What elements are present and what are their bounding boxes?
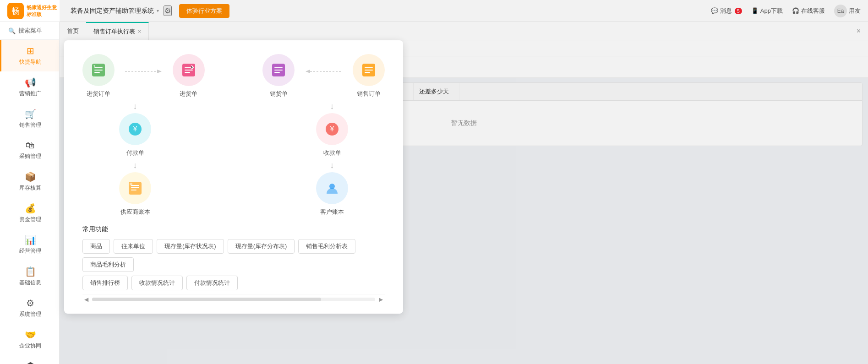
sales-bill-circle — [262, 54, 295, 86]
flow-supplier-ledger[interactable]: ↓ 供应商账本 — [119, 161, 151, 216]
sidebar-item-sales[interactable]: 🛒 销售管理 — [0, 103, 59, 135]
purchase-bill-circle — [173, 54, 205, 86]
scroll-left-arrow[interactable]: ◀ — [82, 296, 90, 303]
arrow-purchase-to-bill — [115, 68, 173, 75]
enterprise-icon: 🤝 — [25, 329, 36, 340]
sidebar-item-business[interactable]: 📊 经营管理 — [0, 229, 59, 261]
search-menu[interactable]: 🔍 搜索菜单 — [0, 22, 59, 40]
func-product[interactable]: 商品 — [82, 239, 110, 254]
flow-sales-order[interactable]: 销售订单 — [353, 54, 385, 98]
purchase-order-circle — [82, 54, 115, 86]
sidebar: 🔍 搜索菜单 ⊞ 快捷导航 📢 营销推广 🛒 销售管理 🛍 采购管理 📦 — [0, 22, 60, 364]
inventory-icon: 📦 — [25, 171, 36, 182]
sidebar-item-beginner[interactable]: 🎓 新手引导 — [0, 355, 59, 364]
flow-purchase-order[interactable]: 进货订单 — [82, 54, 115, 98]
finance-icon: 💰 — [25, 203, 36, 214]
func-inventory-status[interactable]: 现存量(库存状况表) — [157, 239, 224, 254]
logo-text: 畅康通好生意 标准版 — [27, 4, 57, 17]
customer-ledger-circle — [316, 172, 348, 204]
flow-sales-bill[interactable]: 销货单 — [262, 54, 295, 98]
scroll-thumb — [92, 298, 321, 301]
down-arrow-payment: ↓ — [133, 102, 137, 111]
flow-row-3: ↓ 供应商账本 ↓ 客户账本 — [82, 161, 385, 216]
sidebar-item-system[interactable]: ⚙ 系统管理 — [0, 292, 59, 324]
svg-rect-13 — [130, 183, 132, 185]
sidebar-item-basic[interactable]: 📋 基础信息 — [0, 261, 59, 292]
sidebar-item-finance[interactable]: 💰 资金管理 — [0, 197, 59, 229]
function-btns-row2: 销售排行榜 收款情况统计 付款情况统计 — [82, 276, 385, 290]
func-payment-stats[interactable]: 付款情况统计 — [186, 276, 238, 290]
svg-text:¥: ¥ — [330, 125, 334, 133]
basic-icon: 📋 — [25, 266, 36, 277]
search-icon: 🔍 — [8, 27, 16, 34]
function-btns-row1: 商品 往来单位 现存量(库存状况表) 现存量(库存分布表) 销售毛利分析表 商品… — [82, 239, 385, 272]
flow-customer-ledger[interactable]: ↓ 客户账本 — [316, 161, 348, 216]
common-title: 常用功能 — [82, 225, 385, 234]
purchase-icon: 🛍 — [26, 140, 35, 151]
flow-row-2: ↓ ¥ 付款单 ↓ ¥ 收款单 — [82, 102, 385, 157]
func-product-margin[interactable]: 商品毛利分析 — [82, 257, 134, 272]
modal-popup: 进货订单 进货单 销货单 — [64, 40, 403, 314]
sidebar-item-inventory[interactable]: 📦 库存核算 — [0, 166, 59, 197]
sales-order-circle — [353, 54, 385, 86]
sidebar-item-quick-nav[interactable]: ⊞ 快捷导航 — [0, 40, 59, 71]
func-receipt-stats[interactable]: 收款情况统计 — [131, 276, 183, 290]
sales-icon: 🛒 — [25, 109, 36, 120]
quick-nav-icon: ⊞ — [27, 45, 34, 56]
modal-overlay[interactable]: 进货订单 进货单 销货单 — [60, 0, 868, 364]
common-functions: 常用功能 商品 往来单位 现存量(库存状况表) 现存量(库存分布表) 销售毛利分… — [82, 225, 385, 290]
sidebar-item-marketing[interactable]: 📢 营销推广 — [0, 71, 59, 103]
system-icon: ⚙ — [26, 298, 34, 309]
svg-marker-5 — [306, 70, 310, 73]
down-arrow-customer: ↓ — [330, 161, 334, 170]
beginner-icon: 🎓 — [25, 361, 36, 364]
flow-row-1: 进货订单 进货单 销货单 — [82, 54, 385, 98]
down-arrow-supplier: ↓ — [133, 161, 137, 170]
payment-circle: ¥ — [119, 113, 151, 145]
business-icon: 📊 — [25, 234, 36, 245]
svg-marker-2 — [157, 70, 162, 73]
logo-icon: 畅 — [7, 3, 24, 19]
logo-area: 畅 畅康通好生意 标准版 — [7, 3, 67, 19]
scroll-track — [92, 298, 375, 301]
supplier-ledger-circle — [119, 172, 151, 204]
sidebar-item-enterprise[interactable]: 🤝 企业协同 — [0, 324, 59, 355]
func-partner[interactable]: 往来单位 — [114, 239, 153, 254]
arrow-sales-order-to-bill — [295, 68, 353, 75]
flow-purchase-bill[interactable]: 进货单 — [173, 54, 205, 98]
func-inventory-dist[interactable]: 现存量(库存分布表) — [228, 239, 295, 254]
func-sales-rank[interactable]: 销售排行榜 — [82, 276, 128, 290]
flow-payment[interactable]: ↓ ¥ 付款单 — [119, 102, 151, 157]
flow-receipt[interactable]: ↓ ¥ 收款单 — [316, 102, 348, 157]
marketing-icon: 📢 — [25, 77, 36, 88]
func-sales-margin[interactable]: 销售毛利分析表 — [298, 239, 355, 254]
down-arrow-receipt: ↓ — [330, 102, 334, 111]
scroll-bar-area: ◀ ▶ — [82, 294, 385, 304]
sidebar-item-purchase[interactable]: 🛍 采购管理 — [0, 135, 59, 166]
receipt-circle: ¥ — [316, 113, 348, 145]
svg-text:¥: ¥ — [133, 125, 137, 133]
scroll-right-arrow[interactable]: ▶ — [377, 296, 385, 303]
